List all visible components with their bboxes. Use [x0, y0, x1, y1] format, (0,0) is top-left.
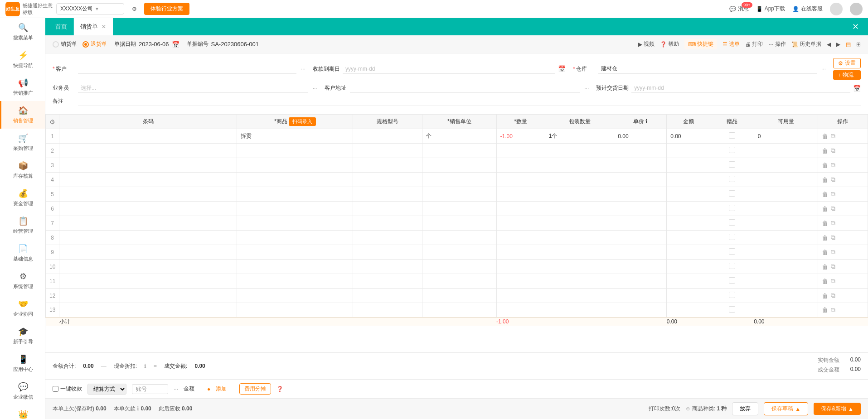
- gift-checkbox[interactable]: [729, 306, 735, 313]
- operations-btn[interactable]: ⋯ 操作: [768, 40, 786, 48]
- history-btn[interactable]: 📜 历史单据: [791, 40, 821, 48]
- cell-quantity[interactable]: [496, 202, 545, 216]
- discard-btn[interactable]: 放弃: [732, 402, 758, 415]
- app-download-btn[interactable]: 📱 App下载: [756, 5, 785, 13]
- cell-spec[interactable]: [353, 245, 422, 260]
- copy-row-icon[interactable]: ⧉: [831, 147, 835, 154]
- expected-date-input[interactable]: [631, 83, 850, 93]
- cell-gift[interactable]: [710, 260, 754, 274]
- video-btn[interactable]: ▶ 视频: [638, 40, 655, 48]
- cell-amount[interactable]: [667, 274, 710, 289]
- cell-amount[interactable]: [667, 158, 710, 173]
- cell-barcode[interactable]: [59, 173, 237, 187]
- prev-btn[interactable]: ◀: [827, 41, 831, 48]
- sidebar-item-quick-nav[interactable]: ⚡ 快捷导航: [0, 46, 45, 73]
- cell-product[interactable]: [237, 144, 353, 158]
- cell-barcode[interactable]: [59, 303, 237, 318]
- sidebar-item-guide[interactable]: 🎓 新手引导: [0, 322, 45, 350]
- customer-address-input[interactable]: [350, 83, 580, 93]
- cell-product[interactable]: 拆贡: [237, 129, 353, 144]
- expense-split-btn[interactable]: 费用分摊: [239, 383, 271, 395]
- cell-gift[interactable]: [710, 274, 754, 289]
- cell-pack-qty[interactable]: [545, 245, 614, 260]
- cell-barcode[interactable]: [59, 289, 237, 303]
- logistics-btn[interactable]: + 物流: [833, 70, 861, 80]
- cell-barcode[interactable]: [59, 274, 237, 289]
- cell-spec[interactable]: [353, 216, 422, 231]
- gift-checkbox[interactable]: [729, 161, 735, 168]
- cell-spec[interactable]: [353, 187, 422, 202]
- sidebar-item-purchase[interactable]: 🛒 采购管理: [0, 129, 45, 156]
- date-value[interactable]: 2023-06-06: [139, 41, 169, 48]
- gift-checkbox[interactable]: [729, 263, 735, 269]
- cell-spec[interactable]: [353, 173, 422, 187]
- cell-sales-unit[interactable]: [422, 274, 496, 289]
- delete-row-icon[interactable]: 🗑: [822, 292, 828, 299]
- cell-amount[interactable]: [667, 245, 710, 260]
- message-btn[interactable]: 💬 消息 99+: [729, 5, 749, 13]
- cell-product[interactable]: [237, 158, 353, 173]
- copy-row-icon[interactable]: ⧉: [831, 132, 835, 140]
- gift-checkbox[interactable]: [729, 248, 735, 255]
- cell-unit-price[interactable]: [614, 274, 667, 289]
- company-selector[interactable]: XXXXXX公司 ▼: [56, 3, 124, 14]
- copy-row-icon[interactable]: ⧉: [831, 306, 835, 314]
- account-input[interactable]: [132, 384, 168, 394]
- cell-product[interactable]: [237, 274, 353, 289]
- list-view-btn[interactable]: ▤: [846, 41, 851, 48]
- cell-amount[interactable]: [667, 216, 710, 231]
- cell-unit-price[interactable]: [614, 187, 667, 202]
- cell-quantity[interactable]: [496, 274, 545, 289]
- sidebar-item-system[interactable]: ⚙ 系统管理: [0, 267, 45, 294]
- print-btn[interactable]: 🖨 打印: [745, 40, 763, 48]
- cell-product[interactable]: [237, 202, 353, 216]
- cell-sales-unit[interactable]: [422, 202, 496, 216]
- cell-spec[interactable]: [353, 144, 422, 158]
- cell-quantity[interactable]: [496, 158, 545, 173]
- cell-quantity[interactable]: [496, 260, 545, 274]
- cell-sales-unit[interactable]: 个: [422, 129, 496, 144]
- cell-quantity[interactable]: [496, 187, 545, 202]
- due-date-calendar-icon[interactable]: 📅: [558, 65, 566, 72]
- cell-product[interactable]: [237, 289, 353, 303]
- cell-spec[interactable]: [353, 202, 422, 216]
- cell-pack-qty[interactable]: 1个: [545, 129, 614, 144]
- avatar[interactable]: [830, 3, 843, 15]
- one-click-payment-checkbox[interactable]: [53, 386, 58, 392]
- cell-barcode[interactable]: [59, 231, 237, 245]
- cell-gift[interactable]: [710, 158, 754, 173]
- cell-quantity[interactable]: [496, 303, 545, 318]
- cell-product[interactable]: [237, 231, 353, 245]
- gift-checkbox[interactable]: [729, 219, 735, 226]
- gift-checkbox[interactable]: [729, 205, 735, 211]
- cell-gift[interactable]: [710, 231, 754, 245]
- cell-sales-unit[interactable]: [422, 173, 496, 187]
- dots-btn-payment[interactable]: ···: [174, 386, 178, 392]
- col-settings-header[interactable]: ⚙: [46, 115, 59, 129]
- sidebar-item-basics[interactable]: 📄 基础信息: [0, 239, 45, 267]
- copy-row-icon[interactable]: ⧉: [831, 176, 835, 183]
- cell-product[interactable]: [237, 303, 353, 318]
- cell-gift[interactable]: [710, 289, 754, 303]
- cell-unit-price[interactable]: [614, 303, 667, 318]
- cell-pack-qty[interactable]: [545, 173, 614, 187]
- cell-barcode[interactable]: [59, 216, 237, 231]
- calendar-icon[interactable]: 📅: [172, 41, 179, 48]
- cell-barcode[interactable]: [59, 144, 237, 158]
- cell-barcode[interactable]: [59, 202, 237, 216]
- sidebar-item-inventory[interactable]: 📦 库存核算: [0, 156, 45, 184]
- cell-gift[interactable]: [710, 202, 754, 216]
- cell-product[interactable]: [237, 260, 353, 274]
- cell-unit-price[interactable]: [614, 144, 667, 158]
- delete-row-icon[interactable]: 🗑: [822, 249, 828, 256]
- warehouse-input[interactable]: [598, 64, 817, 74]
- cell-gift[interactable]: [710, 245, 754, 260]
- delete-row-icon[interactable]: 🗑: [822, 278, 828, 285]
- cell-sales-unit[interactable]: [422, 289, 496, 303]
- cell-spec[interactable]: [353, 274, 422, 289]
- cell-quantity[interactable]: [496, 231, 545, 245]
- sidebar-item-sales[interactable]: 🏠 销售管理: [0, 101, 45, 129]
- gift-checkbox[interactable]: [729, 132, 735, 139]
- grid-view-btn[interactable]: ⊞: [856, 41, 861, 48]
- cell-barcode[interactable]: [59, 187, 237, 202]
